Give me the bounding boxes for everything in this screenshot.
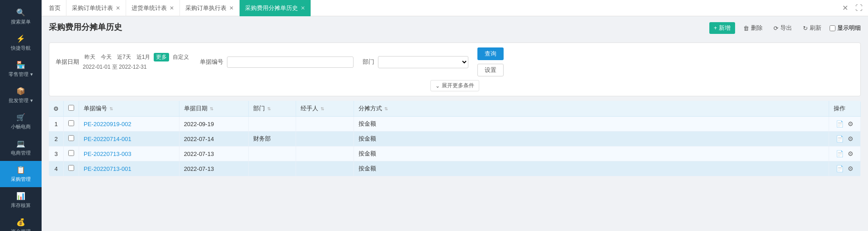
doc-num-link[interactable]: PE-20220713-001 — [84, 165, 132, 172]
sort-icon: ⇅ — [109, 106, 113, 111]
date-label: 单据日期 — [56, 58, 79, 66]
sidebar-item-shortcut[interactable]: ⚡快捷导航 — [0, 30, 42, 56]
tab-actions: ✕ ⛶ — [840, 3, 864, 13]
tab-label: 首页 — [49, 4, 61, 12]
sidebar-item-finance[interactable]: 💰资金管理 — [0, 213, 42, 231]
custom-btn[interactable]: 自定义 — [171, 53, 191, 61]
yesterday-btn[interactable]: 昨天 — [83, 53, 97, 61]
date-quick-buttons: 昨天 今天 近7天 近1月 更多 自定义 2022-01-01 至 2022-1… — [83, 53, 191, 71]
settings-button[interactable]: 设置 — [477, 64, 504, 76]
tab-close-icon[interactable]: ✕ — [116, 5, 120, 11]
search-bar: 单据日期 昨天 今天 近7天 近1月 更多 自定义 2022-01-01 至 2… — [49, 42, 861, 96]
edit-icon[interactable]: ⚙ — [846, 165, 855, 172]
delete-button[interactable]: 🗑 删除 — [741, 22, 765, 34]
sidebar-item-micro[interactable]: 🛒小畅电商 — [0, 108, 42, 135]
dept-cell — [248, 117, 296, 132]
tab-close-icon[interactable]: ✕ — [301, 5, 305, 11]
tab-label: 采购订单统计表 — [72, 4, 113, 12]
doc-num-cell: PE-20220713-003 — [79, 146, 179, 161]
close-window-icon[interactable]: ✕ — [840, 3, 850, 13]
tab-label: 进货单统计表 — [132, 4, 167, 12]
doc-num-input[interactable] — [227, 57, 354, 68]
th-dept[interactable]: 部门 ⇅ — [248, 101, 296, 117]
doc-date-cell: 2022-07-13 — [179, 146, 248, 161]
view-icon[interactable]: 📄 — [835, 150, 845, 157]
tab-label: 采购订单执行表 — [185, 4, 226, 12]
dept-cell: 财务部 — [248, 132, 296, 146]
sidebar-item-search[interactable]: 🔍搜索菜单 — [0, 4, 42, 30]
table-row: 2 PE-20220714-001 2022-07-14 财务部 按金额 📄 ⚙ — [49, 132, 861, 146]
maximize-window-icon[interactable]: ⛶ — [854, 3, 864, 13]
th-doc-num[interactable]: 单据编号 ⇅ — [79, 101, 179, 117]
show-columns-toggle[interactable]: 显示明细 — [830, 24, 861, 32]
page-content: 采购费用分摊单历史 + 新增 🗑 删除 ⟳ 导出 ↻ 刷新 显示明细 — [42, 16, 868, 231]
edit-icon[interactable]: ⚙ — [846, 120, 855, 127]
dept-cell — [248, 146, 296, 161]
show-columns-checkbox[interactable] — [830, 25, 835, 31]
view-icon[interactable]: 📄 — [835, 135, 845, 142]
row-num: 2 — [49, 132, 64, 146]
dept-label: 部门 — [363, 58, 374, 66]
search-icon: 🔍 — [16, 8, 25, 17]
micro-icon: 🛒 — [16, 113, 25, 122]
sidebar-item-wholesale[interactable]: 📦批发管理 ▾ — [0, 82, 42, 108]
select-all-checkbox[interactable] — [68, 105, 74, 111]
row-checkbox[interactable] — [68, 165, 74, 171]
row-checkbox[interactable] — [68, 135, 74, 141]
tab-close-icon[interactable]: ✕ — [229, 5, 234, 11]
doc-num-link[interactable]: PE-20220713-003 — [84, 151, 132, 157]
expand-conditions-btn[interactable]: ⌄ 展开更多条件 — [430, 80, 479, 91]
table-header: ⚙ 单据编号 ⇅ 单据日期 ⇅ — [49, 101, 861, 117]
edit-icon[interactable]: ⚙ — [846, 150, 855, 157]
split-method-cell: 按金额 — [354, 146, 829, 161]
dept-field: 部门 — [363, 56, 468, 68]
split-method-cell: 按金额 — [354, 132, 829, 146]
doc-num-link[interactable]: PE-20220714-001 — [84, 136, 132, 142]
data-table: ⚙ 单据编号 ⇅ 单据日期 ⇅ — [49, 101, 861, 176]
th-handler[interactable]: 经手人 ⇅ — [296, 101, 354, 117]
more-btn[interactable]: 更多 — [154, 53, 169, 61]
th-split-method[interactable]: 分摊方式 ⇅ — [354, 101, 829, 117]
sidebar-item-purchase[interactable]: 📋采购管理 — [0, 161, 42, 187]
ops-cell: 📄 ⚙ — [829, 132, 861, 146]
tab-close-icon[interactable]: ✕ — [170, 5, 174, 11]
main-content: 首页采购订单统计表✕进货单统计表✕采购订单执行表✕采购费用分摊单历史✕ ✕ ⛶ … — [42, 0, 868, 231]
row-checkbox[interactable] — [68, 120, 74, 126]
tab-home[interactable]: 首页 — [45, 0, 66, 16]
export-button[interactable]: ⟳ 导出 — [771, 22, 795, 34]
split-method-cell: 按金额 — [354, 161, 829, 176]
doc-num-field: 单据编号 — [200, 57, 354, 68]
tab-inbound-stats[interactable]: 进货单统计表✕ — [126, 0, 180, 16]
table-row: 4 PE-20220713-001 2022-07-13 按金额 📄 ⚙ — [49, 161, 861, 176]
last1month-btn[interactable]: 近1月 — [135, 53, 152, 61]
shortcut-icon: ⚡ — [16, 34, 25, 43]
sidebar-item-retail[interactable]: 🏪零售管理 ▾ — [0, 56, 42, 82]
last7days-btn[interactable]: 近7天 — [115, 53, 133, 61]
view-icon[interactable]: 📄 — [835, 165, 845, 172]
split-method-cell: 按金额 — [354, 117, 829, 132]
add-button[interactable]: + 新增 — [709, 22, 735, 34]
tab-purchase-order-exec[interactable]: 采购订单执行表✕ — [180, 0, 240, 16]
tab-bar: 首页采购订单统计表✕进货单统计表✕采购订单执行表✕采购费用分摊单历史✕ ✕ ⛶ — [42, 0, 868, 16]
view-icon[interactable]: 📄 — [835, 120, 845, 127]
th-doc-date[interactable]: 单据日期 ⇅ — [179, 101, 248, 117]
refresh-button[interactable]: ↻ 刷新 — [800, 22, 824, 34]
row-checkbox[interactable] — [68, 150, 74, 156]
tab-purchase-fee-split[interactable]: 采购费用分摊单历史✕ — [240, 0, 311, 16]
sidebar-item-ecommerce[interactable]: 💻电商管理 — [0, 135, 42, 161]
ops-cell: 📄 ⚙ — [829, 117, 861, 132]
doc-num-cell: PE-20220919-002 — [79, 117, 179, 132]
purchase-icon: 📋 — [16, 165, 25, 174]
tab-purchase-order-stats[interactable]: 采购订单统计表✕ — [66, 0, 126, 16]
doc-date-cell: 2022-07-13 — [179, 161, 248, 176]
edit-icon[interactable]: ⚙ — [846, 135, 855, 142]
gear-icon[interactable]: ⚙ — [53, 105, 59, 112]
sidebar-item-inventory[interactable]: 📊库存核算 — [0, 187, 42, 213]
search-button[interactable]: 查询 — [477, 47, 504, 60]
dept-select[interactable] — [378, 56, 468, 68]
sort-icon: ⇅ — [321, 106, 324, 111]
ecommerce-icon: 💻 — [16, 139, 25, 148]
today-btn[interactable]: 今天 — [99, 53, 113, 61]
doc-num-link[interactable]: PE-20220919-002 — [84, 121, 132, 127]
table-row: 3 PE-20220713-003 2022-07-13 按金额 📄 ⚙ — [49, 146, 861, 161]
